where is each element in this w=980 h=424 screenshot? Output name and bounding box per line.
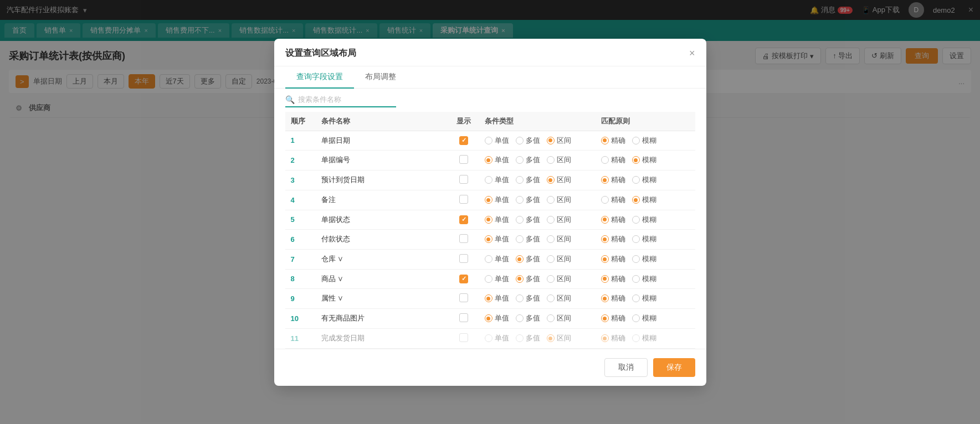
radio-type-单值-3[interactable]: 单值 xyxy=(485,195,509,205)
row-match-2: 精确模糊 xyxy=(596,170,695,190)
radio-type-区间-0[interactable]: 区间 xyxy=(547,136,571,146)
row-name-0: 单据日期 xyxy=(316,131,449,150)
radio-match-模糊-9[interactable]: 模糊 xyxy=(632,313,656,323)
radio-match-精确-7[interactable]: 精确 xyxy=(601,274,625,284)
dialog-close-button[interactable]: × xyxy=(689,48,695,58)
row-show-7[interactable] xyxy=(449,269,479,288)
radio-type-单值-6[interactable]: 单值 xyxy=(485,254,509,264)
row-match-10: 精确模糊 xyxy=(596,328,695,348)
radio-type-多值-5[interactable]: 多值 xyxy=(516,234,540,244)
radio-type-区间-6[interactable]: 区间 xyxy=(547,254,571,264)
radio-type-单值-9[interactable]: 单值 xyxy=(485,313,509,323)
radio-type-多值-2[interactable]: 多值 xyxy=(516,175,540,185)
radio-type-区间-4[interactable]: 区间 xyxy=(547,215,571,225)
checkbox-show-5[interactable] xyxy=(459,234,468,243)
radio-match-精确-1[interactable]: 精确 xyxy=(601,155,625,165)
radio-type-区间-1[interactable]: 区间 xyxy=(547,155,571,165)
checkbox-show-0[interactable] xyxy=(459,136,468,145)
radio-match-精确-5[interactable]: 精确 xyxy=(601,234,625,244)
checkbox-show-6[interactable] xyxy=(459,254,468,263)
tab-layout-adjust[interactable]: 布局调整 xyxy=(354,66,407,89)
cancel-button[interactable]: 取消 xyxy=(604,358,648,377)
radio-type-单值-5[interactable]: 单值 xyxy=(485,234,509,244)
tab-query-fields[interactable]: 查询字段设置 xyxy=(285,66,354,89)
radio-match-模糊-4[interactable]: 模糊 xyxy=(632,215,656,225)
radio-type-区间-5[interactable]: 区间 xyxy=(547,234,571,244)
radio-dot-type-单值-10 xyxy=(485,334,492,342)
radio-type-多值-10[interactable]: 多值 xyxy=(516,333,540,343)
radio-match-模糊-3[interactable]: 模糊 xyxy=(632,195,656,205)
radio-match-精确-9[interactable]: 精确 xyxy=(601,313,625,323)
radio-match-模糊-5[interactable]: 模糊 xyxy=(632,234,656,244)
search-input[interactable] xyxy=(298,95,387,104)
row-show-10[interactable] xyxy=(449,328,479,348)
row-name-3: 备注 xyxy=(316,190,449,210)
row-show-4[interactable] xyxy=(449,210,479,229)
row-show-3[interactable] xyxy=(449,190,479,210)
row-show-5[interactable] xyxy=(449,229,479,249)
radio-dot-match-精确-0 xyxy=(601,137,609,144)
checkbox-show-1[interactable] xyxy=(459,155,468,164)
dialog-title: 设置查询区域布局 xyxy=(285,48,356,59)
row-type-5: 单值多值区间 xyxy=(479,229,596,249)
row-show-9[interactable] xyxy=(449,308,479,328)
checkbox-show-9[interactable] xyxy=(459,313,468,322)
radio-dot-match-精确-5 xyxy=(601,235,609,243)
row-order-0: 1 xyxy=(285,131,316,150)
radio-type-单值-1[interactable]: 单值 xyxy=(485,155,509,165)
radio-match-精确-6[interactable]: 精确 xyxy=(601,254,625,264)
checkbox-show-2[interactable] xyxy=(459,175,468,184)
radio-type-多值-3[interactable]: 多值 xyxy=(516,195,540,205)
row-show-6[interactable] xyxy=(449,249,479,269)
radio-type-单值-8[interactable]: 单值 xyxy=(485,293,509,303)
radio-dot-type-区间-1 xyxy=(547,156,555,164)
checkbox-show-7[interactable] xyxy=(459,275,468,283)
checkbox-show-10[interactable] xyxy=(459,333,468,342)
radio-match-模糊-2[interactable]: 模糊 xyxy=(632,175,656,185)
row-name-8: 属性 ∨ xyxy=(316,288,449,308)
radio-type-单值-2[interactable]: 单值 xyxy=(485,175,509,185)
row-show-1[interactable] xyxy=(449,150,479,170)
table-row: 10有无商品图片单值多值区间精确模糊 xyxy=(285,308,695,328)
radio-type-区间-2[interactable]: 区间 xyxy=(547,175,571,185)
radio-type-多值-0[interactable]: 多值 xyxy=(516,136,540,146)
radio-match-精确-4[interactable]: 精确 xyxy=(601,215,625,225)
checkbox-show-4[interactable] xyxy=(459,215,468,224)
radio-type-多值-9[interactable]: 多值 xyxy=(516,313,540,323)
radio-match-精确-8[interactable]: 精确 xyxy=(601,293,625,303)
radio-match-模糊-10[interactable]: 模糊 xyxy=(632,333,656,343)
row-order-1: 2 xyxy=(285,150,316,170)
radio-type-多值-4[interactable]: 多值 xyxy=(516,215,540,225)
radio-type-单值-10[interactable]: 单值 xyxy=(485,333,509,343)
radio-type-区间-10[interactable]: 区间 xyxy=(547,333,571,343)
radio-match-精确-3[interactable]: 精确 xyxy=(601,195,625,205)
radio-match-模糊-8[interactable]: 模糊 xyxy=(632,293,656,303)
radio-type-多值-1[interactable]: 多值 xyxy=(516,155,540,165)
radio-type-区间-3[interactable]: 区间 xyxy=(547,195,571,205)
radio-dot-type-多值-6 xyxy=(516,255,524,263)
radio-match-精确-0[interactable]: 精确 xyxy=(601,136,625,146)
radio-type-单值-4[interactable]: 单值 xyxy=(485,215,509,225)
radio-match-模糊-7[interactable]: 模糊 xyxy=(632,274,656,284)
radio-type-多值-7[interactable]: 多值 xyxy=(516,274,540,284)
radio-match-模糊-6[interactable]: 模糊 xyxy=(632,254,656,264)
checkbox-show-3[interactable] xyxy=(459,195,468,204)
radio-type-多值-6[interactable]: 多值 xyxy=(516,254,540,264)
checkbox-show-8[interactable] xyxy=(459,293,468,302)
radio-type-区间-8[interactable]: 区间 xyxy=(547,293,571,303)
radio-type-单值-7[interactable]: 单值 xyxy=(485,274,509,284)
radio-type-单值-0[interactable]: 单值 xyxy=(485,136,509,146)
radio-type-区间-9[interactable]: 区间 xyxy=(547,313,571,323)
radio-match-精确-10[interactable]: 精确 xyxy=(601,333,625,343)
radio-type-多值-8[interactable]: 多值 xyxy=(516,293,540,303)
row-show-0[interactable] xyxy=(449,131,479,150)
radio-match-模糊-1[interactable]: 模糊 xyxy=(632,155,656,165)
radio-dot-type-多值-4 xyxy=(516,216,524,224)
row-show-8[interactable] xyxy=(449,288,479,308)
radio-type-区间-7[interactable]: 区间 xyxy=(547,274,571,284)
save-button[interactable]: 保存 xyxy=(653,358,695,377)
row-show-2[interactable] xyxy=(449,170,479,190)
dialog-table-wrap: 顺序 条件名称 显示 条件类型 匹配原则 1单据日期单值多值区间精确模糊2单据编… xyxy=(274,112,706,349)
radio-match-精确-2[interactable]: 精确 xyxy=(601,175,625,185)
radio-match-模糊-0[interactable]: 模糊 xyxy=(632,136,656,146)
